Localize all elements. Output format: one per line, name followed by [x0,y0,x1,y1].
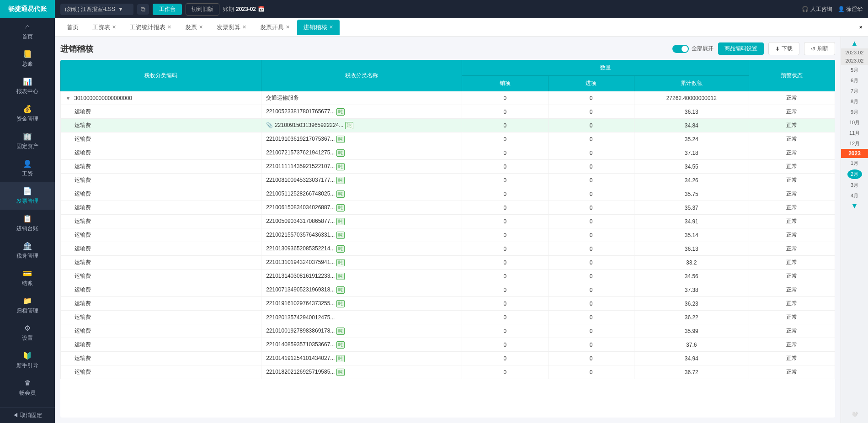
tab-close-salary-stats[interactable]: ✕ [167,24,171,30]
sidebar-item-label-tax: 税务管理 [16,252,38,260]
calendar-nav-down[interactable]: ▼ [850,201,859,211]
sidebar-item-member[interactable]: ♛ 畅会员 [0,374,55,402]
calendar-month-sep[interactable]: 9月 [841,107,868,117]
calendar-month-jan[interactable]: 1月 [841,158,868,169]
home-icon: ⌂ [25,23,30,31]
file-icon-2: 📎 [266,122,273,128]
tab-home[interactable]: 首页 [60,20,85,35]
tab-close-invoice[interactable]: ✕ [199,24,203,30]
table-row-sales-9: 0 [462,215,548,228]
tab-invoice-calc[interactable]: 发票测算 ✕ [210,20,253,35]
table-row-status-6: 正常 [749,174,835,187]
table-row-purchase-20: 0 [548,365,634,379]
calendar-icon[interactable]: 📅 [258,6,265,12]
tag-13: 吨 [336,273,345,280]
table-row-invoice-7: 221005112528266748025... 吨 [261,187,462,201]
copy-button[interactable]: ⧉ [137,4,149,15]
table-row-status-3: 正常 [749,132,835,146]
sidebar-item-funds[interactable]: 💰 资金管理 [0,100,55,127]
table-row-invoice-20: 221018202126925719585... 吨 [261,365,462,379]
heart-icon[interactable]: 🤍 [852,408,858,421]
table-row-status-5: 正常 [749,160,835,174]
sidebar-item-label-salary: 工资 [22,170,33,178]
table-row-status-1: 正常 [749,105,835,119]
sidebar-item-settlement[interactable]: 💳 结账 [0,264,55,292]
expand-icon-0[interactable]: ▼ [65,95,71,101]
table-row-sales-6: 0 [462,174,548,187]
download-button[interactable]: ⬇ 下载 [768,42,799,55]
sidebar-item-reports[interactable]: 📊 报表中心 [0,73,55,100]
sidebar-item-assets[interactable]: 🏢 固定资产 [0,127,55,155]
tab-invoice[interactable]: 发票 ✕ [179,20,209,35]
table-row-cumulative-2: 34.84 [634,119,749,132]
sidebar-item-salary[interactable]: 👤 工资 [0,155,55,182]
tab-salary-stats[interactable]: 工资统计报表 ✕ [123,20,178,35]
settings-code-button[interactable]: 商品编码设置 [718,42,764,55]
calendar-month-mar[interactable]: 3月 [841,180,868,190]
table-row-sales-2: 0 [462,119,548,132]
sidebar-item-home[interactable]: ⌂ 首页 [0,18,55,45]
calendar-month-nov[interactable]: 11月 [841,128,868,138]
table-row-status-16: 正常 [749,311,835,324]
sidebar-item-ledger[interactable]: 📒 总账 [0,45,55,73]
table-row-cumulative-11: 36.13 [634,242,749,256]
table-row-sales-5: 0 [462,160,548,174]
calendar-month-jun[interactable]: 6月 [841,75,868,86]
tab-close-invoice-open[interactable]: ✕ [286,24,290,30]
header-warning-status: 预警状态 [749,60,835,91]
sidebar-item-label-invoice: 发票管理 [16,197,38,205]
table-row-subcode-7: 运输费 [61,187,261,201]
sidebar-item-settings[interactable]: ⚙ 设置 [0,319,55,347]
table-row-subcode-16: 运输费 [61,311,261,324]
tab-sales-check[interactable]: 进销稽核 ✕ [297,20,340,35]
table-row-purchase-6: 0 [548,174,634,187]
table-row-sales-15: 0 [462,297,548,311]
header-tax-code: 税收分类编码 [61,60,261,91]
calendar-nav-up[interactable]: ▲ [850,38,859,48]
switch-version-button[interactable]: 切到旧版 [186,3,219,16]
table-row-subcode-9: 运输费 [61,215,261,228]
table-row-status-11: 正常 [749,242,835,256]
calendar-month-feb-active[interactable]: 2月 [847,169,862,179]
sidebar-item-tax[interactable]: 🏦 税务管理 [0,237,55,264]
sidebar-item-guide[interactable]: 🔰 新手引导 [0,347,55,374]
calendar-month-dec[interactable]: 12月 [841,138,868,149]
calendar-month-may[interactable]: 5月 [841,65,868,75]
tab-invoice-open[interactable]: 发票开具 ✕ [254,20,296,35]
tag-7: 吨 [336,190,345,198]
refresh-button[interactable]: ↺ 刷新 [804,42,835,55]
sidebar-item-archive[interactable]: 📁 归档管理 [0,292,55,319]
calendar-month-aug[interactable]: 8月 [841,96,868,107]
sidebar-item-invoice[interactable]: 📄 发票管理 [0,182,55,210]
table-row-purchase-16: 0 [548,311,634,324]
calendar-month-oct[interactable]: 10月 [841,117,868,128]
table-row-invoice-19: 221014191254101434027... 吨 [261,352,462,365]
table-row-code-0: ▼ 3010000000000000000 [61,91,261,105]
company-selector[interactable]: (勿动) 江西报室-LSS ▼ [60,4,133,15]
calendar-month-jul[interactable]: 7月 [841,86,868,96]
tab-salary-table[interactable]: 工资表 ✕ [86,20,122,35]
table-row-purchase-15: 0 [548,297,634,311]
expand-toggle[interactable] [672,45,689,53]
tab-close-sales-check[interactable]: ✕ [329,24,333,30]
close-all-tabs-button[interactable]: × [859,24,863,31]
sidebar-item-label-archive: 归档管理 [16,307,38,315]
table-row-sales-0: 0 [462,91,548,105]
avatar-icon: 👤 [838,6,845,12]
workbench-button[interactable]: 工作台 [153,4,182,15]
table-row-purchase-9: 0 [548,215,634,228]
calendar-month-apr[interactable]: 4月 [841,190,868,201]
tab-close-invoice-calc[interactable]: ✕ [242,24,246,30]
table-row-cumulative-1: 36.13 [634,105,749,119]
sidebar-item-sales-ledger[interactable]: 📋 进销台账 [0,210,55,237]
support-button[interactable]: 🎧 人工咨询 [802,5,832,13]
tab-close-salary-table[interactable]: ✕ [112,24,116,30]
table-row-subcode-1: 运输费 [61,105,261,119]
user-avatar[interactable]: 👤 徐淫华 [838,5,863,13]
table-row-sales-16: 0 [462,311,548,324]
table-row-cumulative-19: 34.94 [634,352,749,365]
table-row-cumulative-0: 27262.40000000012 [634,91,749,105]
table-row-invoice-16: 221020135742940012475... [261,311,462,324]
table-row-status-18: 正常 [749,338,835,352]
sidebar-unpin-button[interactable]: ◀ 取消固定 [0,407,55,423]
